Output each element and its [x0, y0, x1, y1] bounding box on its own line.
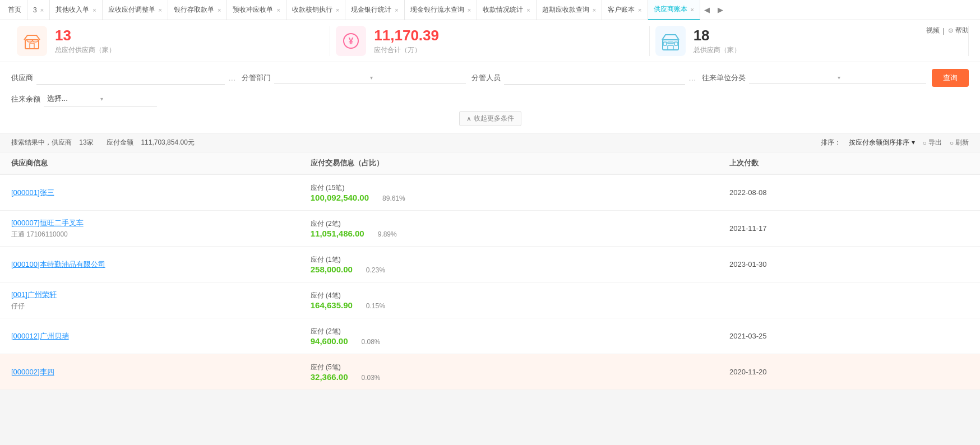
row-3-supplier-link[interactable]: [001]广州荣轩: [11, 290, 57, 299]
category-select[interactable]: ▾: [749, 72, 927, 84]
row-3-supplier-col: [001]广州荣轩 仔仔: [11, 290, 311, 311]
tab-bank-deposit-label: 银行存取款单: [174, 5, 214, 15]
row-2-trans-amount[interactable]: 258,000.00: [311, 265, 353, 274]
tab-cash-bank-stats-close[interactable]: ×: [395, 7, 398, 13]
sort-arrow-icon: ▾: [912, 138, 915, 146]
nav-next-arrow[interactable]: ▶: [714, 0, 727, 20]
tab-bank-deposit[interactable]: 银行存取款单 ×: [168, 0, 227, 20]
sort-select[interactable]: 按应付余额倒序排序 ▾: [849, 138, 914, 147]
row-5-trans-row: 32,366.00 0.03%: [311, 372, 729, 382]
row-5-trans-info: 应付 (5笔) 32,366.00 0.03%: [311, 363, 729, 382]
result-count: 13家: [79, 138, 93, 146]
tab-collection-exec-label: 收款核销执行: [292, 5, 332, 15]
video-link[interactable]: 视频: [926, 26, 940, 35]
filter-row-2: 往来余额 选择... ▾: [11, 91, 969, 106]
nav-tabs: 首页 3 × 其他收入单 × 应收应付调整单 × 银行存取款单 × 预收冲应收单…: [0, 0, 980, 20]
row-5-trans-amount[interactable]: 32,366.00: [311, 372, 348, 382]
row-2-supplier-link[interactable]: [000100]本特勤油品有限公司: [11, 260, 105, 268]
svg-rect-6: [668, 45, 673, 50]
row-1-trans-amount[interactable]: 11,051,486.00: [311, 229, 364, 238]
tab-overdue-query-label: 超期应收款查询: [542, 5, 589, 15]
tab-collection-exec-close[interactable]: ×: [336, 7, 339, 13]
tab-collection-exec[interactable]: 收款核销执行 ×: [286, 0, 345, 20]
refresh-button[interactable]: ○ 刷新: [950, 138, 969, 147]
balance-select-value: 选择...: [47, 94, 100, 104]
person-input[interactable]: [504, 71, 685, 85]
tab-ar-ap-adjust-label: 应收应付调整单: [108, 5, 155, 15]
tab-other-income[interactable]: 其他收入单 ×: [50, 0, 102, 20]
supplier-input[interactable]: [36, 71, 225, 85]
stat-total-suppliers-number: 18: [694, 27, 741, 44]
table-row: [000007]恒旺二手叉车 王通 17106110000 应付 (2笔) 11…: [0, 211, 980, 247]
table-row: [000002]李四 应付 (5笔) 32,366.00 0.03% 2020-…: [0, 354, 980, 390]
tab-cash-bank-flow[interactable]: 现金银行流水查询 ×: [405, 0, 477, 20]
header-transaction: 应付交易信息（占比）: [311, 158, 729, 168]
row-5-lastpay: 2020-11-20: [729, 368, 969, 376]
row-4-trans-amount[interactable]: 94,600.00: [311, 336, 348, 346]
row-0-trans-amount[interactable]: 100,092,540.00: [311, 193, 369, 202]
stat-payable-number: 13: [55, 27, 115, 44]
tab-cash-bank-flow-close[interactable]: ×: [468, 7, 471, 13]
query-button[interactable]: 查询: [932, 69, 969, 87]
help-link[interactable]: ⊙ 帮助: [948, 26, 969, 35]
row-2-trans-label: 应付 (1笔): [311, 255, 729, 265]
tab-prepaid-offset[interactable]: 预收冲应收单 ×: [227, 0, 286, 20]
tab-cash-bank-stats[interactable]: 现金银行统计 ×: [345, 0, 404, 20]
export-button[interactable]: ○ 导出: [923, 138, 942, 147]
row-4-trans-label: 应付 (2笔): [311, 327, 729, 336]
store-icon: [17, 26, 47, 56]
row-0-supplier-link[interactable]: [000001]张三: [11, 188, 54, 197]
row-0-lastpay: 2022-08-08: [729, 188, 969, 197]
stat-total-suppliers-label: 总供应商（家）: [694, 45, 741, 55]
tab-supplier-ledger-close[interactable]: ×: [691, 6, 694, 13]
tab-bank-deposit-close[interactable]: ×: [218, 7, 221, 13]
tab-other-income-close[interactable]: ×: [93, 7, 96, 13]
row-5-supplier-link[interactable]: [000002]李四: [11, 368, 54, 376]
result-amount-label: 应付金额: [107, 138, 133, 146]
tab-ar-ap-adjust[interactable]: 应收应付调整单 ×: [103, 0, 168, 20]
row-4-supplier-link[interactable]: [000012]广州贝瑞: [11, 332, 69, 340]
dept-arrow-icon: ▾: [370, 75, 463, 81]
row-1-trans-row: 11,051,486.00 9.89%: [311, 229, 729, 238]
tab-customer-ledger-label: 客户账本: [608, 5, 635, 15]
tab-customer-ledger[interactable]: 客户账本 ×: [602, 0, 648, 20]
person-dots[interactable]: ...: [688, 73, 696, 83]
tab-3[interactable]: 3 ×: [27, 0, 50, 20]
tab-collection-stats-close[interactable]: ×: [526, 7, 530, 13]
export-label: 导出: [928, 138, 942, 147]
tab-prepaid-offset-close[interactable]: ×: [276, 7, 280, 13]
result-amount: 111,703,854.00元: [141, 138, 194, 146]
row-0-transaction-col: 应付 (15笔) 100,092,540.00 89.61%: [311, 183, 729, 202]
result-bar: 搜索结果中，供应商 13家 应付金额 111,703,854.00元 排序： 按…: [0, 133, 980, 152]
row-1-supplier-link[interactable]: [000007]恒旺二手叉车: [11, 219, 84, 227]
category-arrow-icon: ▾: [838, 75, 923, 81]
filter-area: 供应商 ... 分管部门 ▾ 分管人员 ... 往来单位分类 ▾ 查询 往来: [0, 62, 980, 133]
tab-3-close[interactable]: ×: [40, 7, 44, 13]
collapse-button[interactable]: ∧ 收起更多条件: [459, 111, 521, 126]
tab-overdue-query-close[interactable]: ×: [593, 7, 596, 13]
filter-supplier: 供应商 ...: [11, 71, 236, 85]
tab-overdue-query[interactable]: 超期应收款查询 ×: [537, 0, 602, 20]
tab-customer-ledger-close[interactable]: ×: [638, 7, 641, 13]
balance-select[interactable]: 选择... ▾: [44, 91, 157, 106]
row-2-lastpay: 2023-01-30: [729, 260, 969, 268]
row-2-trans-info: 应付 (1笔) 258,000.00 0.23%: [311, 255, 729, 274]
tab-home[interactable]: 首页: [2, 0, 27, 20]
tab-collection-stats[interactable]: 收款情况统计 ×: [477, 0, 536, 20]
nav-prev-arrow[interactable]: ◀: [700, 0, 714, 20]
dept-select[interactable]: ▾: [274, 72, 466, 84]
row-1-trans-label: 应付 (2笔): [311, 219, 729, 229]
links-separator: |: [943, 27, 945, 35]
filter-row-1: 供应商 ... 分管部门 ▾ 分管人员 ... 往来单位分类 ▾ 查询: [11, 69, 969, 87]
header-lastpay: 上次付数: [729, 158, 969, 168]
row-2-trans-row: 258,000.00 0.23%: [311, 265, 729, 274]
row-1-lastpay: 2021-11-17: [729, 224, 969, 233]
result-info: 搜索结果中，供应商 13家 应付金额 111,703,854.00元: [11, 138, 200, 147]
tab-supplier-ledger[interactable]: 供应商账本 ×: [648, 0, 700, 20]
row-3-transaction-col: 应付 (4笔) 164,635.90 0.15%: [311, 291, 729, 310]
supplier-dots[interactable]: ...: [228, 73, 235, 83]
row-4-supplier-col: [000012]广州贝瑞: [11, 331, 311, 341]
tab-ar-ap-adjust-close[interactable]: ×: [159, 7, 162, 13]
shop-icon: [655, 26, 686, 56]
row-3-trans-amount[interactable]: 164,635.90: [311, 300, 353, 310]
